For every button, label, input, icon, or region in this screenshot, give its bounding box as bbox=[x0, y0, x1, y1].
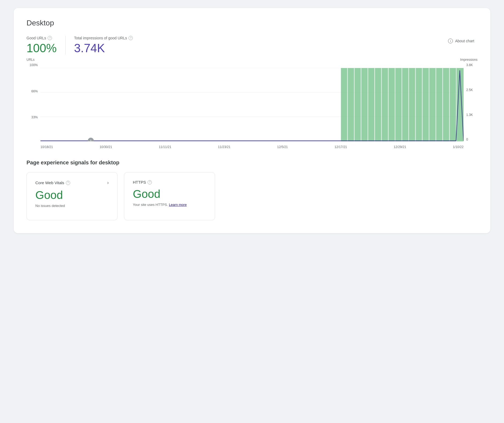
https-help-icon[interactable]: ? bbox=[148, 180, 152, 184]
signals-grid: Core Web Vitals ? › Good No issues detec… bbox=[27, 172, 477, 220]
svg-rect-11 bbox=[389, 68, 395, 141]
https-label: HTTPS ? bbox=[133, 180, 152, 184]
x-label-4: 12/5/21 bbox=[277, 145, 288, 149]
svg-rect-16 bbox=[423, 68, 429, 141]
main-card: Desktop Good URLs ? 100% Total impressio… bbox=[14, 8, 490, 233]
core-web-vitals-value: Good bbox=[35, 189, 109, 202]
y-axis-right-title: Impressions bbox=[460, 58, 477, 62]
svg-rect-13 bbox=[402, 68, 409, 141]
y-right-label-1: 2.5K bbox=[466, 88, 473, 92]
x-label-0: 10/18/21 bbox=[40, 145, 53, 149]
chart-container: URLs Impressions 100% 66% 33% 3.8K 2.5K … bbox=[27, 63, 477, 149]
svg-rect-19 bbox=[443, 68, 449, 141]
annotation-label: 1 bbox=[90, 139, 92, 141]
good-urls-value: 100% bbox=[27, 42, 57, 55]
signals-title: Page experience signals for desktop bbox=[27, 160, 477, 166]
good-urls-block: Good URLs ? 100% bbox=[27, 36, 66, 55]
x-label-6: 12/29/21 bbox=[394, 145, 406, 149]
core-web-vitals-help-icon[interactable]: ? bbox=[66, 181, 70, 185]
y-left-label-2: 33% bbox=[31, 115, 38, 119]
good-urls-help-icon[interactable]: ? bbox=[48, 36, 52, 40]
total-impressions-block: Total impressions of good URLs ? 3.74K bbox=[74, 36, 142, 55]
bar-group bbox=[341, 68, 464, 141]
y-axis-right: 3.8K 2.5K 1.3K 0 bbox=[464, 63, 477, 141]
svg-rect-7 bbox=[361, 68, 368, 141]
x-axis-labels: 10/18/21 10/30/21 11/11/21 11/23/21 12/5… bbox=[40, 145, 464, 149]
y-right-label-3: 0 bbox=[466, 138, 468, 141]
core-web-vitals-header: Core Web Vitals ? › bbox=[35, 180, 109, 186]
https-card: HTTPS ? Good Your site uses HTTPS. Learn… bbox=[124, 172, 215, 220]
svg-rect-4 bbox=[341, 68, 347, 141]
total-impressions-help-icon[interactable]: ? bbox=[129, 36, 133, 40]
page-title: Desktop bbox=[27, 19, 477, 27]
core-web-vitals-arrow-icon[interactable]: › bbox=[107, 180, 109, 186]
svg-rect-20 bbox=[450, 68, 456, 141]
total-impressions-label: Total impressions of good URLs ? bbox=[74, 36, 133, 40]
y-left-label-1: 66% bbox=[31, 89, 38, 93]
core-web-vitals-card: Core Web Vitals ? › Good No issues detec… bbox=[27, 172, 118, 220]
chart-svg: 1 bbox=[40, 68, 464, 141]
y-right-label-0: 3.8K bbox=[466, 63, 473, 67]
y-right-label-2: 1.3K bbox=[466, 113, 473, 117]
metrics-row: Good URLs ? 100% Total impressions of go… bbox=[27, 36, 477, 55]
chart-inner: 1 bbox=[40, 68, 464, 141]
svg-rect-5 bbox=[348, 68, 354, 141]
y-axis-left: 100% 66% 33% bbox=[27, 63, 40, 141]
y-left-label-0: 100% bbox=[29, 63, 38, 67]
x-label-2: 11/11/21 bbox=[159, 145, 171, 149]
svg-rect-6 bbox=[355, 68, 361, 141]
x-label-3: 11/23/21 bbox=[218, 145, 231, 149]
https-value: Good bbox=[133, 188, 206, 201]
svg-rect-10 bbox=[382, 68, 388, 141]
core-web-vitals-label: Core Web Vitals ? bbox=[35, 180, 70, 185]
x-label-5: 12/17/21 bbox=[334, 145, 347, 149]
good-urls-label: Good URLs ? bbox=[27, 36, 57, 40]
svg-rect-8 bbox=[368, 68, 375, 141]
svg-rect-9 bbox=[375, 68, 381, 141]
core-web-vitals-desc: No issues detected bbox=[35, 204, 109, 208]
https-desc: Your site uses HTTPS. Learn more bbox=[133, 203, 206, 207]
svg-rect-12 bbox=[395, 68, 402, 141]
info-icon: i bbox=[448, 39, 453, 43]
https-learn-more-link[interactable]: Learn more bbox=[169, 203, 187, 207]
https-header: HTTPS ? bbox=[133, 180, 206, 184]
x-label-7: 1/10/22 bbox=[453, 145, 464, 149]
y-axis-left-title: URLs bbox=[27, 58, 35, 62]
svg-rect-14 bbox=[409, 68, 415, 141]
svg-rect-15 bbox=[416, 68, 422, 141]
signals-section: Page experience signals for desktop Core… bbox=[27, 160, 477, 220]
svg-rect-18 bbox=[436, 68, 442, 141]
about-chart-button[interactable]: i About chart bbox=[445, 37, 477, 45]
svg-rect-17 bbox=[429, 68, 436, 141]
x-label-1: 10/30/21 bbox=[100, 145, 112, 149]
total-impressions-value: 3.74K bbox=[74, 42, 133, 55]
